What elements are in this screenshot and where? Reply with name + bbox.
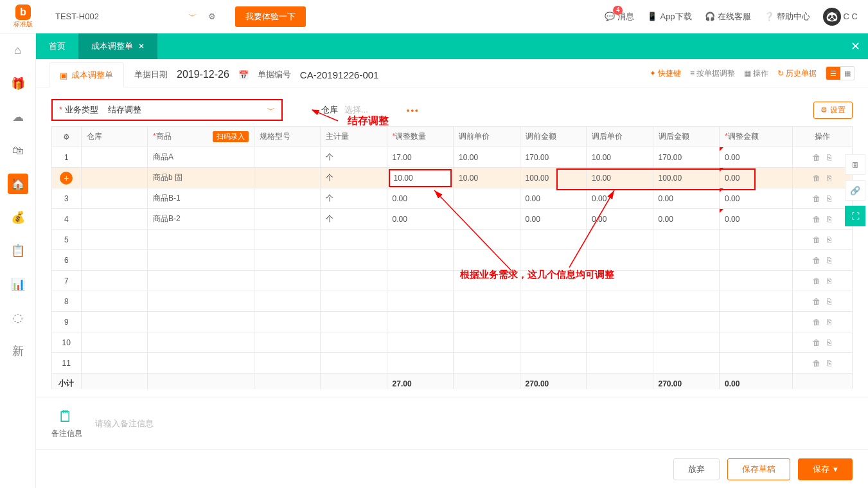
table-row[interactable]: 5🗑⎘ [52,230,853,250]
copy-row-icon[interactable]: ⎘ [827,256,831,265]
cell-spec[interactable] [254,230,320,250]
tabs-close-all-icon[interactable]: ✕ [842,33,868,59]
cell-warehouse[interactable] [81,291,147,312]
cell-product[interactable] [148,291,254,312]
panel-expand-icon[interactable]: ⛶ [845,206,865,226]
cell-adj-amount[interactable] [719,250,792,271]
cell-adj-amount[interactable] [719,312,792,332]
delete-row-icon[interactable]: 🗑 [813,297,820,306]
cell-adj-amount[interactable] [719,230,792,250]
history-link[interactable]: ↻历史单据 [777,68,817,79]
cell-product[interactable] [148,250,254,271]
cell-adj-qty[interactable] [387,353,453,374]
add-row-button[interactable]: + [60,172,73,185]
cell-post-price[interactable] [587,230,653,250]
save-draft-button[interactable]: 保存草稿 [727,458,790,480]
help-center-link[interactable]: ❔ 帮助中心 [764,11,810,23]
cell-warehouse[interactable] [81,230,147,250]
delete-row-icon[interactable]: 🗑 [813,359,820,368]
cell-adj-qty[interactable]: 10.00 [387,168,453,188]
gear-column-icon[interactable]: ⚙ [52,127,82,147]
cell-post-amount[interactable] [653,271,719,291]
cell-adj-amount[interactable] [719,353,792,374]
cell-warehouse[interactable] [81,312,147,332]
nav-report-icon[interactable]: 📊 [8,274,28,294]
cell-adj-qty[interactable] [387,271,453,291]
cell-post-amount[interactable]: 0.00 [653,188,719,209]
workspace-selector[interactable]: TEST-H002 ﹀ [49,6,203,27]
cell-product[interactable]: 商品A [148,147,254,168]
cell-adj-qty[interactable] [387,332,453,353]
delete-row-icon[interactable]: 🗑 [813,318,820,327]
cell-post-amount[interactable] [653,291,719,312]
cell-adj-qty[interactable]: 0.00 [387,188,453,209]
cell-post-price[interactable] [587,312,653,332]
cell-product[interactable]: 商品B-2 [148,209,254,230]
cell-post-price[interactable] [587,291,653,312]
cell-warehouse[interactable] [81,250,147,271]
copy-row-icon[interactable]: ⎘ [827,359,831,368]
shortcut-link[interactable]: ✦快捷键 [650,68,681,79]
settings-button[interactable]: ⚙ 设置 [813,102,853,119]
cell-adj-qty[interactable] [387,291,453,312]
nav-money-icon[interactable]: 💰 [8,207,28,228]
cell-warehouse[interactable] [81,332,147,353]
cell-warehouse[interactable] [81,168,147,188]
delete-row-icon[interactable]: 🗑 [813,256,820,265]
nav-clipboard-icon[interactable]: 📋 [8,240,28,261]
cell-post-amount[interactable] [653,332,719,353]
table-row[interactable]: 1商品A个17.0010.00170.0010.00170.000.00🗑⎘ [52,147,853,168]
cell-warehouse[interactable] [81,353,147,374]
view-grid-icon[interactable]: ▦ [840,67,855,80]
delete-row-icon[interactable]: 🗑 [813,215,820,224]
save-button[interactable]: 保存 ▾ [798,458,853,480]
messages-link[interactable]: 💬 消息 4 [605,11,634,23]
user-menu[interactable]: 🐼 C C [823,8,858,26]
table-row[interactable]: 11🗑⎘ [52,353,853,374]
copy-row-icon[interactable]: ⎘ [827,318,831,327]
calendar-icon[interactable]: 📅 [238,70,249,80]
table-row[interactable]: 8🗑⎘ [52,291,853,312]
cell-warehouse[interactable] [81,209,147,230]
copy-row-icon[interactable]: ⎘ [827,194,831,203]
date-value[interactable]: 2019-12-26 [177,69,229,80]
gear-icon[interactable]: ⚙ [208,12,216,21]
delete-row-icon[interactable]: 🗑 [813,235,820,244]
experience-button[interactable]: 我要体验一下 [235,6,306,27]
copy-row-icon[interactable]: ⎘ [827,276,831,285]
cell-product[interactable] [148,312,254,332]
cell-post-price[interactable]: 0.00 [587,188,653,209]
online-service-link[interactable]: 🎧 在线客服 [705,11,751,23]
business-type-field[interactable]: 业务类型 结存调整 ﹀ [51,99,283,121]
cell-adj-qty[interactable] [387,312,453,332]
cell-product[interactable] [148,353,254,374]
cell-product[interactable] [148,230,254,250]
cell-adj-amount[interactable]: 0.00 [719,209,792,230]
cell-post-price[interactable] [587,353,653,374]
cell-spec[interactable] [254,250,320,271]
tab-home[interactable]: 首页 [36,33,78,59]
adj-qty-input[interactable]: 10.00 [389,169,452,187]
delete-row-icon[interactable]: 🗑 [813,194,820,203]
tab-close-icon[interactable]: ✕ [138,42,145,51]
cell-spec[interactable] [254,312,320,332]
nav-warehouse-icon[interactable]: 🏠 [8,174,28,194]
operate-link[interactable]: ▦操作 [744,68,768,79]
copy-row-icon[interactable]: ⎘ [827,215,831,224]
cell-spec[interactable] [254,147,320,168]
cell-adj-qty[interactable]: 0.00 [387,209,453,230]
cell-post-price[interactable] [587,271,653,291]
cell-adj-amount[interactable] [719,271,792,291]
copy-row-icon[interactable]: ⎘ [827,297,831,306]
cell-spec[interactable] [254,188,320,209]
table-row[interactable]: +商品b 固个10.0010.00100.0010.00100.000.00🗑⎘ [52,168,853,188]
cell-warehouse[interactable] [81,147,147,168]
cell-post-price[interactable] [587,332,653,353]
table-row[interactable]: 7🗑⎘ [52,271,853,291]
cell-adj-qty[interactable] [387,250,453,271]
cell-spec[interactable] [254,291,320,312]
copy-row-icon[interactable]: ⎘ [827,153,831,162]
cell-product[interactable]: 商品B-1 [148,188,254,209]
cell-adj-amount[interactable]: 0.00 [719,147,792,168]
table-row[interactable]: 9🗑⎘ [52,312,853,332]
